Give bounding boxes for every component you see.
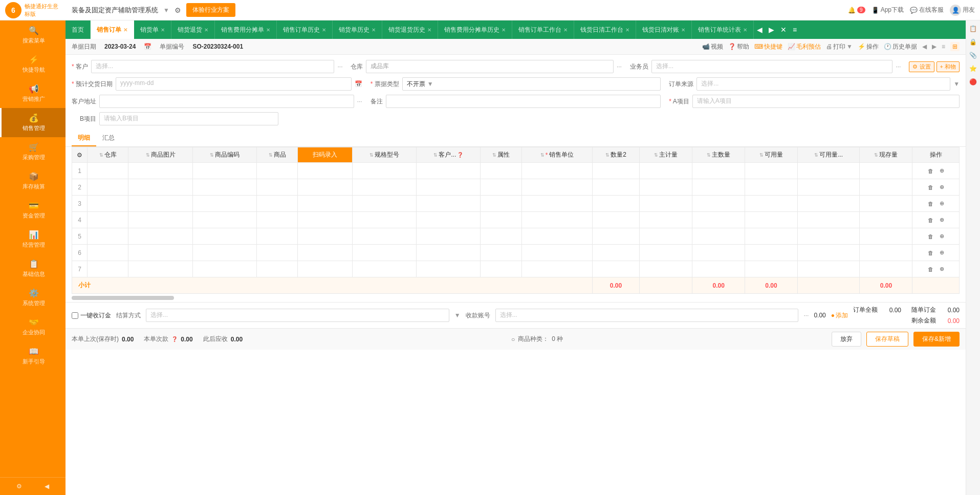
table-cell[interactable]	[692, 196, 745, 212]
tab-close-delivery-history[interactable]: ✕	[372, 27, 376, 33]
table-cell[interactable]	[860, 261, 912, 277]
table-cell[interactable]	[88, 179, 128, 196]
table-cell[interactable]	[692, 212, 745, 228]
tab-close-expense[interactable]: ✕	[266, 27, 270, 33]
horizontal-scrollbar[interactable]	[72, 296, 174, 300]
operate-btn[interactable]: ⚡ 操作	[858, 42, 879, 51]
table-cell[interactable]	[860, 179, 912, 196]
tab-close-btn[interactable]: ✕	[777, 26, 790, 34]
table-cell[interactable]	[797, 261, 860, 277]
staff-more[interactable]: ···	[896, 63, 901, 70]
table-cell[interactable]	[521, 212, 592, 228]
th-attr[interactable]: ⇅属性	[481, 147, 521, 163]
sidebar-collapse-icon[interactable]: ◀	[45, 483, 49, 490]
table-cell[interactable]	[352, 179, 416, 196]
tab-close-order-workbench[interactable]: ✕	[563, 27, 568, 33]
table-cell[interactable]	[797, 179, 860, 196]
add-payment-btn[interactable]: ● 添加	[831, 311, 848, 320]
note-input[interactable]	[386, 95, 661, 108]
user-menu[interactable]: 👤 用友	[950, 5, 975, 16]
sidebar-item-quick[interactable]: ⚡ 快捷导航	[0, 50, 66, 79]
sidebar-item-marketing[interactable]: 📢 营销推广	[0, 79, 66, 108]
right-panel-icon-2[interactable]: 🔒	[967, 36, 979, 48]
sidebar-settings-icon[interactable]: ⚙	[16, 483, 22, 490]
payment-method-input[interactable]: 选择...	[146, 309, 449, 322]
row-delete-btn[interactable]: 🗑	[926, 216, 935, 224]
th-image[interactable]: ⇅商品图片	[128, 147, 192, 163]
tab-sales-expense[interactable]: 销售费用分摊单 ✕	[215, 20, 277, 39]
sidebar-item-purchase[interactable]: 🛒 采购管理	[0, 137, 66, 166]
table-cell[interactable]	[640, 163, 692, 179]
table-cell[interactable]	[298, 245, 353, 261]
tab-daily-workbench[interactable]: 钱货日清工作台 ✕	[574, 20, 636, 39]
tab-next-btn[interactable]: ▶	[766, 26, 777, 34]
table-cell[interactable]	[417, 261, 481, 277]
table-cell[interactable]	[860, 228, 912, 245]
table-cell[interactable]	[692, 261, 745, 277]
table-cell[interactable]	[640, 196, 692, 212]
add-field-btn[interactable]: + 和物	[937, 61, 960, 72]
th-stock[interactable]: ⇅现存量	[860, 147, 912, 163]
address-input[interactable]	[99, 95, 354, 108]
profit-btn[interactable]: 📈 毛利预估	[788, 42, 821, 51]
table-cell[interactable]	[192, 196, 256, 212]
table-cell[interactable]	[417, 212, 481, 228]
notice-icon[interactable]: 🔔 9	[848, 7, 865, 14]
tab-sales-order[interactable]: 销售订单 ✕	[91, 20, 134, 39]
table-cell[interactable]	[298, 212, 353, 228]
table-cell[interactable]	[592, 196, 640, 212]
table-cell[interactable]	[745, 196, 798, 212]
th-avail-qty2[interactable]: ⇅可用量...	[797, 147, 860, 163]
row-delete-btn[interactable]: 🗑	[926, 199, 935, 208]
table-cell[interactable]	[745, 179, 798, 196]
table-cell[interactable]	[797, 163, 860, 179]
settings-form-btn[interactable]: ⚙ 设置	[909, 61, 934, 72]
tab-close-stats[interactable]: ✕	[743, 27, 747, 33]
tab-close-expense-history[interactable]: ✕	[502, 27, 506, 33]
delivery-input[interactable]: yyyy-mm-dd	[116, 77, 352, 91]
quick-collect-checkbox[interactable]: 一键收订金	[72, 311, 111, 320]
settings-icon[interactable]: ⚙	[175, 6, 181, 14]
tab-menu-btn[interactable]: ≡	[790, 26, 800, 34]
table-cell[interactable]	[797, 212, 860, 228]
table-cell[interactable]	[298, 228, 353, 245]
table-cell[interactable]	[481, 179, 521, 196]
table-cell[interactable]	[797, 196, 860, 212]
right-panel-icon-1[interactable]: 📋	[967, 23, 979, 35]
tab-stats[interactable]: 销售订单统计表 ✕	[692, 20, 754, 39]
row-delete-btn[interactable]: 🗑	[926, 183, 935, 191]
table-cell[interactable]	[860, 196, 912, 212]
sidebar-item-management[interactable]: 📊 经营管理	[0, 225, 66, 254]
industry-btn[interactable]: 体验行业方案	[186, 3, 235, 17]
table-cell[interactable]	[797, 245, 860, 261]
tab-close-sales-order[interactable]: ✕	[123, 27, 127, 33]
row-copy-btn[interactable]: ⊕	[938, 248, 946, 257]
next-record-btn[interactable]: ▶	[932, 43, 937, 50]
table-cell[interactable]	[128, 179, 192, 196]
th-scan[interactable]: 扫码录入	[298, 147, 353, 163]
th-main-qty[interactable]: ⇅主数量	[692, 147, 745, 163]
tab-detail[interactable]: 明细	[72, 131, 96, 146]
row-copy-btn[interactable]: ⊕	[938, 265, 946, 273]
table-cell[interactable]	[352, 261, 416, 277]
a-project-input[interactable]: 请输入A项目	[692, 95, 960, 108]
table-cell[interactable]	[192, 163, 256, 179]
warehouse-more[interactable]: ···	[617, 63, 622, 70]
row-delete-btn[interactable]: 🗑	[926, 248, 935, 257]
row-delete-btn[interactable]: 🗑	[926, 166, 935, 175]
th-qty2[interactable]: ⇅数量2	[592, 147, 640, 163]
help-btn[interactable]: ❓ 帮助	[728, 42, 749, 51]
table-cell[interactable]	[860, 245, 912, 261]
table-cell[interactable]	[860, 212, 912, 228]
table-cell[interactable]	[298, 163, 353, 179]
history-btn[interactable]: 🕐 历史单据	[884, 42, 917, 51]
row-delete-btn[interactable]: 🗑	[926, 265, 935, 273]
tab-expense-history[interactable]: 销售费用分摊单历史 ✕	[438, 20, 512, 39]
table-cell[interactable]	[521, 261, 592, 277]
right-panel-icon-5[interactable]: 🔴	[967, 76, 979, 88]
table-cell[interactable]	[417, 228, 481, 245]
tab-reconcile[interactable]: 钱货日清对账 ✕	[636, 20, 692, 39]
tab-return-history[interactable]: 销货退货历史 ✕	[382, 20, 438, 39]
table-cell[interactable]	[521, 179, 592, 196]
customer-input[interactable]: 选择...	[91, 60, 334, 73]
